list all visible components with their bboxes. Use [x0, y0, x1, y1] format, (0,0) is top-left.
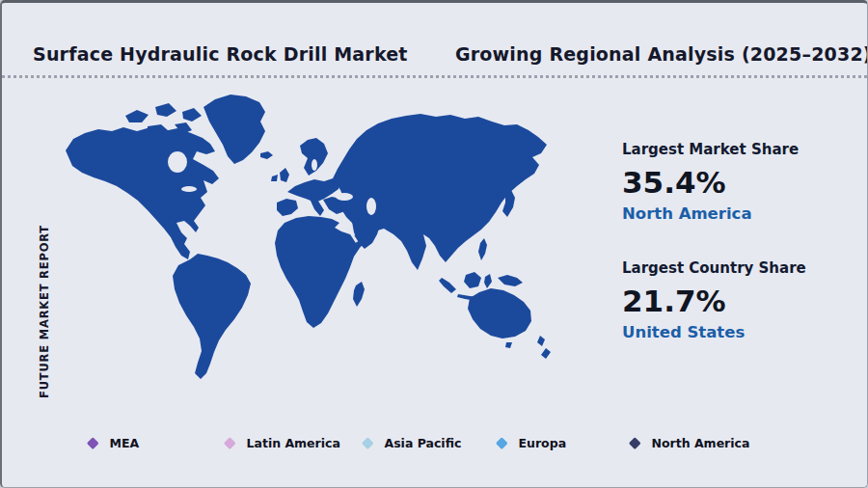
- map-baltic-sea: [312, 159, 317, 171]
- map-africa: [275, 216, 366, 328]
- brand-vertical-label: FUTURE MARKET REPORT: [38, 225, 51, 398]
- page-subtitle: Growing Regional Analysis (2025–2032): [455, 43, 868, 65]
- world-map-svg: [62, 85, 600, 393]
- legend-swatch-diamond-icon: [629, 437, 640, 448]
- map-greenland: [203, 95, 265, 164]
- infographic-root: Surface Hydraulic Rock Drill Market Grow…: [0, 0, 868, 488]
- map-caspian-sea: [366, 198, 376, 215]
- legend-swatch-diamond-icon: [362, 437, 373, 448]
- map-legend: MEA Latin America Asia Pacific Europa No…: [2, 433, 867, 454]
- world-map: [62, 85, 600, 393]
- map-south-america: [173, 254, 251, 379]
- map-hudson-bay: [168, 151, 187, 173]
- legend-label: Asia Pacific: [385, 436, 462, 450]
- legend-item-europa: Europa: [498, 433, 566, 452]
- legend-label: North America: [652, 436, 750, 450]
- market-share-region: North America: [622, 204, 858, 223]
- map-arctic-islands: [125, 103, 202, 136]
- map-land-group: [66, 95, 551, 379]
- legend-item-asia-pacific: Asia Pacific: [364, 433, 461, 452]
- stat-market-share: Largest Market Share 35.4% North America: [622, 141, 858, 223]
- stat-country-share: Largest Country Share 21.7% United State…: [622, 259, 858, 341]
- legend-swatch-diamond-icon: [224, 437, 235, 448]
- country-share-region: United States: [622, 323, 858, 341]
- map-madagascar: [353, 282, 365, 307]
- country-share-label: Largest Country Share: [622, 259, 858, 277]
- legend-item-mea: MEA: [89, 433, 139, 452]
- market-share-value: 35.4%: [622, 168, 858, 198]
- stats-panel: Largest Market Share 35.4% North America…: [622, 141, 858, 378]
- legend-label: MEA: [110, 436, 140, 450]
- legend-item-north-america: North America: [631, 433, 749, 452]
- market-share-label: Largest Market Share: [622, 141, 858, 158]
- dotted-divider: [2, 75, 867, 78]
- map-australia: [468, 288, 531, 348]
- header: Surface Hydraulic Rock Drill Market Grow…: [2, 3, 867, 76]
- map-north-america: [66, 127, 219, 259]
- legend-swatch-diamond-icon: [87, 437, 98, 448]
- legend-swatch-diamond-icon: [496, 437, 507, 448]
- country-share-value: 21.7%: [622, 286, 858, 316]
- legend-label: Europa: [519, 436, 567, 450]
- legend-item-latin-america: Latin America: [226, 433, 340, 452]
- map-new-zealand: [537, 336, 551, 359]
- legend-label: Latin America: [247, 436, 340, 450]
- map-iceland: [260, 151, 273, 159]
- page-title: Surface Hydraulic Rock Drill Market: [33, 43, 408, 65]
- map-great-lakes: [181, 186, 197, 192]
- map-black-sea: [336, 193, 353, 201]
